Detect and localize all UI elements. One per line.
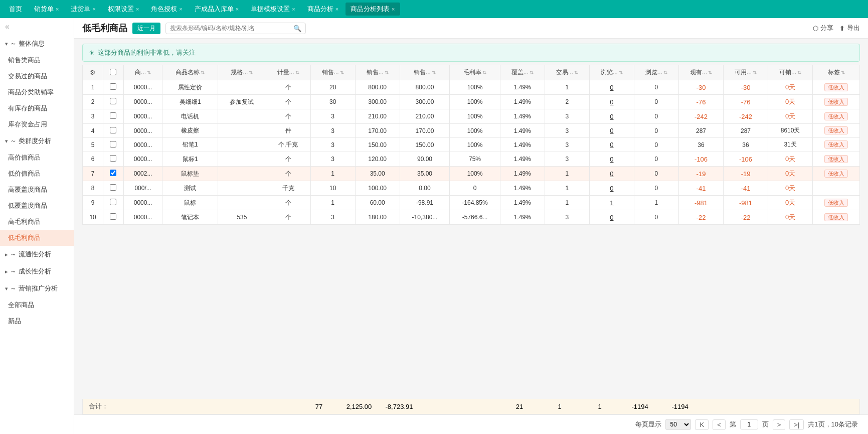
column-header-trade[interactable]: 交易...⇅ [545, 65, 589, 80]
column-header-available[interactable]: 可用...⇅ [724, 65, 768, 80]
close-tab-icon[interactable]: × [392, 6, 395, 12]
sidebar-item-低价值商品[interactable]: 低价值商品 [0, 166, 74, 182]
column-header-spec[interactable]: 规格...⇅ [218, 65, 266, 80]
nav-item-首页[interactable]: 首页 [4, 3, 27, 16]
column-header-unit[interactable]: 计量...⇅ [266, 65, 310, 80]
close-tab-icon[interactable]: × [236, 6, 239, 12]
cell-checkbox[interactable] [103, 80, 124, 95]
cell-view1[interactable]: 0 [589, 210, 634, 225]
cell-checkbox[interactable] [103, 152, 124, 167]
view-link[interactable]: 0 [610, 170, 613, 178]
nav-item-产成品入库单[interactable]: 产成品入库单× [190, 3, 244, 16]
close-tab-icon[interactable]: × [56, 6, 59, 12]
cell-checkbox[interactable] [103, 95, 124, 109]
column-header-current[interactable]: 现有...⇅ [678, 65, 723, 80]
sidebar-section-3[interactable]: ▸～ 成长性分析 [0, 263, 74, 280]
cell-view1[interactable]: 0 [589, 95, 634, 109]
sidebar-item-新品[interactable]: 新品 [0, 313, 74, 329]
export-button[interactable]: ⬆ 导出 [839, 24, 860, 33]
view-link[interactable]: 0 [610, 98, 613, 106]
sidebar-item-有库存的商品[interactable]: 有库存的商品 [0, 100, 74, 116]
cell-view1[interactable]: 0 [589, 80, 634, 95]
column-header-tag[interactable]: 标签⇅ [813, 65, 860, 80]
row-checkbox[interactable] [110, 213, 116, 220]
sidebar-item-高覆盖度商品[interactable]: 高覆盖度商品 [0, 182, 74, 198]
next-page-button[interactable]: > [773, 419, 786, 430]
view-link[interactable]: 0 [610, 185, 613, 192]
cell-checkbox[interactable] [103, 138, 124, 152]
row-checkbox[interactable] [110, 155, 116, 162]
nav-item-销货单[interactable]: 销货单× [29, 3, 64, 16]
sidebar-item-库存资金占用[interactable]: 库存资金占用 [0, 116, 74, 132]
close-tab-icon[interactable]: × [179, 6, 182, 12]
view-link[interactable]: 0 [610, 214, 613, 221]
cell-checkbox[interactable] [103, 167, 124, 181]
nav-item-商品分析列表[interactable]: 商品分析列表× [345, 3, 400, 16]
sidebar-item-商品分类助销率[interactable]: 商品分类助销率 [0, 84, 74, 100]
cell-checkbox[interactable] [103, 181, 124, 196]
search-input[interactable] [170, 25, 290, 32]
column-header-gross_margin[interactable]: 毛利率⇅ [450, 65, 500, 80]
view-link[interactable]: 0 [610, 156, 613, 163]
cell-view1[interactable]: 0 [589, 124, 634, 138]
sidebar-item-交易过的商品[interactable]: 交易过的商品 [0, 68, 74, 84]
last-page-button[interactable]: >| [789, 419, 804, 430]
row-checkbox[interactable] [110, 83, 116, 90]
sidebar-item-高毛利商品[interactable]: 高毛利商品 [0, 214, 74, 230]
column-header-view1[interactable]: 浏览...⇅ [589, 65, 634, 80]
view-link[interactable]: 0 [610, 127, 613, 134]
column-header-view2[interactable]: 浏览...⇅ [634, 65, 678, 80]
nav-item-单据模板设置[interactable]: 单据模板设置× [246, 3, 300, 16]
first-page-button[interactable]: K [695, 419, 709, 430]
cell-checkbox[interactable] [103, 124, 124, 138]
cell-view1[interactable]: 0 [589, 138, 634, 152]
share-button[interactable]: ⬡ 分享 [813, 24, 833, 33]
select-all-checkbox[interactable] [110, 69, 116, 75]
view-link[interactable]: 0 [610, 84, 613, 91]
row-checkbox[interactable] [110, 127, 116, 133]
cell-checkbox[interactable] [103, 196, 124, 210]
row-checkbox[interactable] [110, 184, 116, 191]
prev-page-button[interactable]: < [713, 419, 726, 430]
close-tab-icon[interactable]: × [292, 6, 295, 12]
column-header-coverage[interactable]: 覆盖...⇅ [500, 65, 545, 80]
row-checkbox[interactable] [110, 199, 116, 205]
column-header-sales_amount[interactable]: 销售...⇅ [400, 65, 450, 80]
sidebar-item-高价值商品[interactable]: 高价值商品 [0, 150, 74, 166]
view-link[interactable]: 0 [610, 113, 613, 120]
page-input[interactable] [740, 419, 758, 429]
cell-view1[interactable]: 0 [589, 167, 634, 181]
close-tab-icon[interactable]: × [92, 6, 95, 12]
row-checkbox[interactable] [110, 98, 116, 104]
row-checkbox[interactable] [110, 112, 116, 119]
sidebar-section-1[interactable]: ▾～ 类群度分析 [0, 132, 74, 150]
column-header-saleable[interactable]: 可销...⇅ [768, 65, 813, 80]
column-header-name[interactable]: 商品名称⇅ [162, 65, 218, 80]
sidebar-section-2[interactable]: ▸～ 流通性分析 [0, 246, 74, 263]
cell-view1[interactable]: 0 [589, 181, 634, 196]
view-link[interactable]: 1 [610, 199, 613, 207]
period-button[interactable]: 近一月 [132, 23, 160, 34]
row-checkbox[interactable] [110, 170, 116, 176]
sidebar-item-全部商品[interactable]: 全部商品 [0, 297, 74, 313]
sidebar-collapse-button[interactable]: « [0, 18, 74, 35]
row-checkbox[interactable] [110, 141, 116, 148]
nav-item-商品分析[interactable]: 商品分析× [302, 3, 343, 16]
cell-view1[interactable]: 0 [589, 152, 634, 167]
close-tab-icon[interactable]: × [335, 6, 338, 12]
nav-item-进货单[interactable]: 进货单× [66, 3, 100, 16]
settings-icon[interactable]: ⚙ [90, 69, 96, 76]
sidebar-item-销售类商品[interactable]: 销售类商品 [0, 52, 74, 68]
column-header-sales_price[interactable]: 销售...⇅ [355, 65, 400, 80]
sidebar-section-0[interactable]: ▾～ 整体信息 [0, 35, 74, 52]
column-header-sales_qty[interactable]: 销售...⇅ [310, 65, 355, 80]
view-link[interactable]: 0 [610, 141, 613, 149]
sidebar-item-低覆盖度商品[interactable]: 低覆盖度商品 [0, 198, 74, 214]
cell-view1[interactable]: 1 [589, 196, 634, 210]
column-header-code[interactable]: 商...⇅ [123, 65, 162, 80]
sidebar-item-低毛利商品[interactable]: 低毛利商品 [0, 230, 74, 246]
cell-view1[interactable]: 0 [589, 109, 634, 124]
cell-checkbox[interactable] [103, 109, 124, 124]
search-icon[interactable]: 🔍 [293, 25, 301, 32]
sidebar-section-4[interactable]: ▾～ 营销推广分析 [0, 280, 74, 297]
